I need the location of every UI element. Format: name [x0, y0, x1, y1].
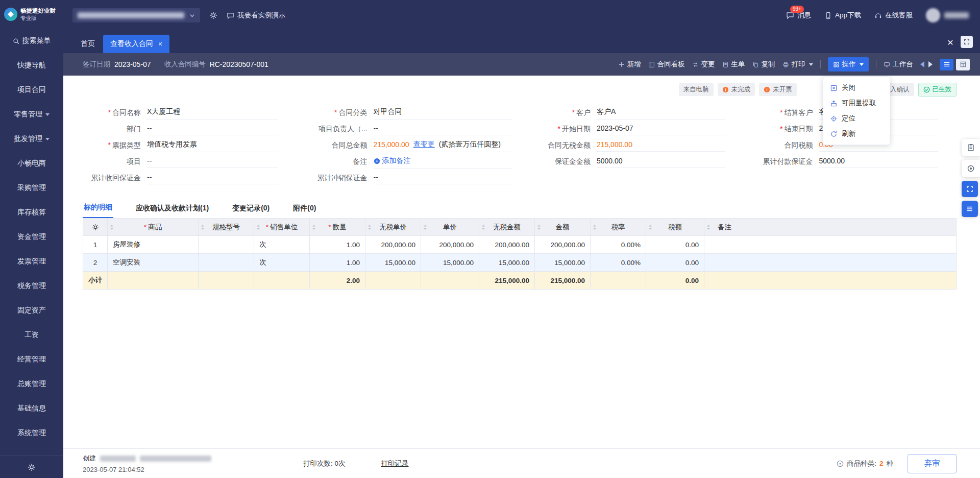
- sort-icon: [423, 224, 427, 230]
- sidebar-item-system[interactable]: 系统管理: [0, 421, 63, 445]
- sidebar-item-operation[interactable]: 经营管理: [0, 347, 63, 372]
- settings-gear-icon[interactable]: [209, 11, 217, 19]
- sidebar-item-wholesale[interactable]: 批发管理: [0, 127, 63, 151]
- org-selector[interactable]: [72, 8, 200, 22]
- action-button[interactable]: 操作: [828, 57, 869, 71]
- column-header-product[interactable]: 商品: [108, 219, 199, 236]
- add-note-link[interactable]: 添加备注: [374, 156, 411, 165]
- tab-change-log[interactable]: 变更记录(0): [231, 204, 271, 218]
- view-change-link[interactable]: 查变更: [413, 140, 435, 149]
- sidebar-item-general-ledger[interactable]: 总账管理: [0, 372, 63, 396]
- reject-approval-button[interactable]: 弃审: [908, 454, 957, 473]
- cell-amount: 15,000.00: [535, 254, 591, 272]
- contract-board-button[interactable]: 合同看板: [648, 60, 685, 69]
- app-download-button[interactable]: App下载: [824, 11, 861, 20]
- column-header-note[interactable]: 备注: [704, 219, 957, 236]
- expand-tool-button[interactable]: [962, 181, 978, 197]
- print-button[interactable]: 打印: [782, 60, 813, 69]
- action-button-label: 操作: [842, 60, 856, 69]
- search-icon: [13, 38, 19, 44]
- sidebar-item-fixed-assets[interactable]: 固定资产: [0, 298, 63, 323]
- effective-badge: 已生效: [918, 83, 957, 97]
- sort-icon: [201, 224, 205, 230]
- messages-button[interactable]: 99+ 消息: [786, 11, 811, 20]
- new-button[interactable]: 新增: [619, 60, 641, 69]
- prev-record-icon[interactable]: [920, 61, 924, 67]
- sidebar-item-retail[interactable]: 零售管理: [0, 102, 63, 127]
- generate-order-button[interactable]: 生单: [722, 60, 745, 69]
- contract-no-label: 收入合同编号: [164, 60, 206, 69]
- menu-item-close[interactable]: 关闭: [823, 80, 890, 95]
- column-header-unit[interactable]: 销售单位: [254, 219, 310, 236]
- column-header-price-ex[interactable]: 无税单价: [365, 219, 421, 236]
- field-contract-type: 合同分类对甲合同: [296, 105, 530, 121]
- sidebar-item-label: 经营管理: [17, 355, 46, 364]
- menu-item-locate[interactable]: 定位: [823, 111, 890, 126]
- column-settings-button[interactable]: [83, 219, 108, 236]
- sidebar-item-funds[interactable]: 资金管理: [0, 225, 63, 249]
- sidebar-item-tax[interactable]: 税务管理: [0, 274, 63, 298]
- record-pager: [920, 61, 933, 67]
- tab-receivable-plan[interactable]: 应收确认及收款计划(1): [135, 204, 210, 218]
- demo-link[interactable]: 我要看实例演示: [227, 11, 286, 20]
- field-recovered-deposit: 累计收回保证金--: [83, 170, 296, 186]
- menu-item-refresh[interactable]: 刷新: [823, 126, 890, 141]
- topbar: 我要看实例演示 99+ 消息 App下载: [63, 0, 980, 31]
- sidebar-item-salary[interactable]: 工资: [0, 323, 63, 347]
- list-tool-button[interactable]: [962, 201, 978, 217]
- column-label: 备注: [718, 223, 731, 231]
- tab-close-icon[interactable]: ×: [158, 40, 162, 48]
- clipboard-tool-button[interactable]: [962, 139, 980, 156]
- column-header-tax-rate[interactable]: 税率: [591, 219, 646, 236]
- cell-price-ex: 200,000.00: [365, 236, 421, 254]
- view-toggle: [940, 59, 970, 70]
- tab-line-detail[interactable]: 标的明细: [83, 203, 113, 218]
- print-log-link[interactable]: 打印记录: [381, 459, 409, 468]
- column-header-tax[interactable]: 税额: [646, 219, 704, 236]
- subtotal-label: 小计: [83, 272, 108, 290]
- sidebar-item-purchase[interactable]: 采购管理: [0, 176, 63, 200]
- online-service-button[interactable]: 在线客服: [874, 11, 913, 20]
- column-header-qty[interactable]: 数量: [310, 219, 365, 236]
- workbench-button[interactable]: 工作台: [884, 60, 914, 69]
- sidebar-item-basic-info[interactable]: 基础信息: [0, 396, 63, 421]
- amount-in-words: (贰拾壹万伍仟圆整): [439, 140, 501, 149]
- copy-button[interactable]: 复制: [752, 60, 775, 69]
- tab-home[interactable]: 首页: [72, 35, 103, 53]
- sidebar-item-search-menu[interactable]: 搜索菜单: [0, 29, 63, 53]
- change-button[interactable]: 变更: [692, 60, 715, 69]
- cell-unit: 次: [254, 254, 310, 272]
- tab-attachments[interactable]: 附件(0): [292, 204, 317, 218]
- close-icon[interactable]: ×: [947, 37, 953, 47]
- add-note-label: 添加备注: [382, 156, 411, 165]
- sidebar-settings-button[interactable]: [0, 456, 63, 478]
- sidebar-item-label: 零售管理: [14, 110, 42, 119]
- created-time: 2023-05-07 21:04:52: [83, 466, 211, 473]
- cell-price: 200,000.00: [421, 236, 479, 254]
- cell-tax-rate: 0.00%: [591, 254, 646, 272]
- menu-item-extract-quantity[interactable]: 可用量提取: [823, 95, 890, 111]
- sidebar-item-project-contract[interactable]: 项目合同: [0, 78, 63, 102]
- column-header-spec[interactable]: 规格型号: [199, 219, 254, 236]
- tab-view-income-contract[interactable]: 查看收入合同 ×: [103, 35, 169, 53]
- cell-spec: [199, 254, 254, 272]
- sidebar-item-quick-nav[interactable]: 快捷导航: [0, 53, 63, 78]
- ring-tool-button[interactable]: [962, 160, 980, 177]
- next-record-icon[interactable]: [928, 61, 933, 67]
- list-view-button[interactable]: [940, 59, 953, 70]
- user-avatar[interactable]: [926, 8, 969, 22]
- cell-amount-ex: 15,000.00: [479, 254, 535, 272]
- card-view-button[interactable]: [956, 59, 970, 70]
- field-contract-total: 合同总金额 215,000.00 查变更 (贰拾壹万伍仟圆整): [296, 137, 530, 154]
- sidebar-item-invoice[interactable]: 发票管理: [0, 249, 63, 274]
- sidebar-item-inventory[interactable]: 库存核算: [0, 200, 63, 225]
- column-header-amount-ex[interactable]: 无税金额: [479, 219, 535, 236]
- field-label: 合同名称: [83, 108, 147, 117]
- document-icon: [722, 61, 729, 68]
- column-header-price[interactable]: 单价: [421, 219, 479, 236]
- column-header-amount[interactable]: 金额: [535, 219, 591, 236]
- tabbar: 首页 查看收入合同 × ×: [63, 31, 980, 53]
- fullscreen-icon[interactable]: [961, 36, 973, 48]
- sidebar-item-ecommerce[interactable]: 小畅电商: [0, 151, 63, 176]
- print-count-label: 打印次数:: [303, 460, 333, 467]
